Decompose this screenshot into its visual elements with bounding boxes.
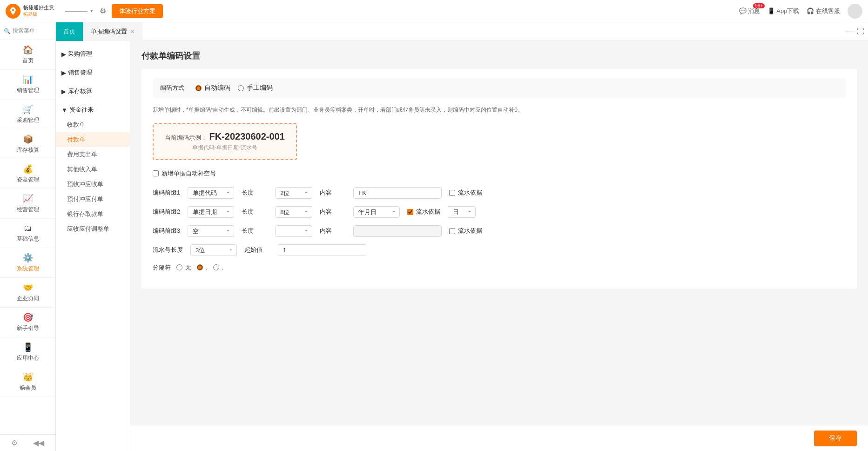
serial2-unit-select[interactable]: 日 (448, 206, 476, 218)
trial-button[interactable]: 体验行业方案 (112, 4, 163, 18)
sub-item-ap-adjust[interactable]: 应收应付调整单 (56, 222, 130, 236)
start-value-input[interactable] (278, 244, 366, 256)
prefix1-select[interactable]: 单据代码 (188, 187, 234, 199)
auto-fill-checkbox[interactable] (153, 170, 159, 176)
sep-dot-option[interactable]: . (197, 264, 208, 271)
sub-item-prepay-payment[interactable]: 预付冲应付单 (56, 192, 130, 207)
prefix2-select[interactable]: 单据日期 (188, 206, 234, 218)
sep-dot-radio[interactable] (197, 264, 203, 270)
sub-item-expense[interactable]: 费用支出单 (56, 147, 130, 162)
sidebar-item-newguide[interactable]: 🎯 新手引导 (0, 308, 55, 337)
sep-none-radio[interactable] (176, 264, 182, 270)
auto-encode-radio[interactable] (195, 85, 202, 91)
sub-item-receipt[interactable]: 收款单 (56, 117, 130, 132)
online-service[interactable]: 🎧 在线客服 (807, 7, 840, 15)
sidebar-item-appcenter[interactable]: 📱 应用中心 (0, 337, 55, 367)
tab-close-icon[interactable]: ✕ (130, 28, 135, 35)
message-area[interactable]: 💬 消息 99+ (739, 7, 760, 15)
manual-encode-option[interactable]: 手工编码 (238, 84, 273, 92)
message-label: 消息 (748, 7, 760, 14)
sidebar-item-base[interactable]: 🗂 基础信息 (0, 219, 55, 248)
serial1-checkbox-label[interactable]: 流水依据 (449, 188, 482, 197)
member-icon: 👑 (23, 372, 33, 382)
sidebar-item-business[interactable]: 📈 经营管理 (0, 189, 55, 219)
user-avatar[interactable] (848, 4, 862, 19)
sidebar-item-member[interactable]: 👑 畅会员 (0, 367, 55, 397)
encoding-type-row: 编码方式 自动编码 手工编码 (153, 78, 846, 98)
headset-icon: 🎧 (807, 7, 814, 14)
content3-input[interactable] (353, 225, 442, 237)
sidebar-item-home[interactable]: 🏠 首页 (0, 40, 55, 70)
sub-item-payment[interactable]: 付款单 (56, 132, 130, 147)
sub-header-inventory[interactable]: ▶ 库存核算 (56, 84, 130, 99)
sub-item-bank-deposit[interactable]: 银行存取款单 (56, 207, 130, 222)
prefix1-label: 编码前缀1 (153, 188, 180, 197)
sidebar-item-label: 基础信息 (17, 235, 39, 243)
sep-none-label: 无 (185, 263, 191, 272)
content2-select[interactable]: 年月日 (353, 206, 400, 218)
sidebar-item-finance[interactable]: 💰 资金管理 (0, 159, 55, 189)
sidebar-item-sales[interactable]: 📊 销售管理 (0, 70, 55, 100)
sidebar-item-label: 库存核算 (17, 146, 39, 154)
main-layout: 🔍 搜索菜单 🏠 首页 📊 销售管理 🛒 采购管理 📦 库存核算 💰 资金管理 … (0, 22, 868, 451)
serial-length-select[interactable]: 3位 (190, 244, 237, 256)
sub-header-sales[interactable]: ▶ 销售管理 (56, 65, 130, 80)
content3-label: 内容 (320, 227, 346, 235)
serial2-checkbox-label[interactable]: 流水依据 (407, 208, 440, 216)
sep-custom-label: . (222, 264, 224, 271)
chevron-down-icon: ▼ (89, 8, 94, 13)
length1-select[interactable]: 2位 (275, 187, 312, 199)
system-icon: ⚙️ (23, 253, 33, 263)
serial1-checkbox[interactable] (449, 190, 455, 196)
save-button[interactable]: 保存 (814, 431, 857, 446)
sub-header-purchase[interactable]: ▶ 采购管理 (56, 47, 130, 61)
encoding-type-label: 编码方式 (160, 84, 184, 92)
business-icon: 📈 (23, 194, 33, 204)
tab-encoding[interactable]: 单据编码设置 ✕ (83, 22, 142, 41)
content1-input[interactable] (353, 187, 442, 199)
tab-expand-icon[interactable]: ⛶ (857, 27, 864, 36)
sidebar-item-label: 资金管理 (17, 176, 39, 184)
purchase-icon: 🛒 (23, 104, 33, 114)
hint-text: 新增单据时，*单据编码*自动生成，不可编辑。前缀设置为部门、业务员等档案类，开单… (153, 105, 846, 115)
serial2-checkbox[interactable] (407, 209, 413, 215)
top-header: 畅捷通好生意 拓品版 ———— ▼ ⚙ 体验行业方案 💬 消息 99+ 📱 Ap… (0, 0, 868, 22)
prefix-row-2: 编码前缀2 单据日期 长度 8位 内容 年月日 (153, 206, 846, 218)
header-dropdown[interactable]: ———— ▼ (65, 8, 94, 14)
length3-select[interactable] (275, 225, 312, 237)
sidebar-item-purchase[interactable]: 🛒 采购管理 (0, 100, 55, 129)
chevron-right-icon: ▶ (61, 69, 66, 76)
code-preview-sub: 单据代码-单据日期-流水号 (165, 144, 285, 152)
sidebar-item-system[interactable]: ⚙️ 系统管理 (0, 248, 55, 278)
content-area: ▶ 采购管理 ▶ 销售管理 ▶ 库存核算 (56, 41, 868, 451)
length2-select[interactable]: 8位 (275, 206, 312, 218)
manual-encode-radio[interactable] (238, 85, 244, 91)
serial3-checkbox-label[interactable]: 流水依据 (449, 227, 482, 235)
sub-header-capital[interactable]: ▼ 资金往来 (56, 102, 130, 117)
gear-icon[interactable]: ⚙ (100, 7, 106, 15)
sep-custom-radio[interactable] (213, 264, 219, 270)
auto-encode-option[interactable]: 自动编码 (195, 84, 230, 92)
sidebar-item-inventory[interactable]: 📦 库存核算 (0, 129, 55, 159)
tab-bar-right: — ⛶ (846, 27, 868, 36)
auto-fill-checkbox-label[interactable]: 新增单据自动补空号 (153, 169, 216, 178)
tab-minimize-icon[interactable]: — (846, 27, 853, 36)
sidebar-item-label: 企业协同 (17, 295, 39, 303)
sub-item-prepay-receivable[interactable]: 预收冲应收单 (56, 177, 130, 192)
sep-custom-option[interactable]: . (213, 264, 224, 271)
length1-label: 长度 (242, 188, 268, 197)
prefix3-select[interactable]: 空 (188, 225, 234, 237)
search-icon: 🔍 (4, 28, 11, 34)
sidebar-item-coop[interactable]: 🤝 企业协同 (0, 278, 55, 308)
collapse-icon[interactable]: ◀◀ (33, 438, 44, 447)
sep-none-option[interactable]: 无 (176, 263, 191, 272)
tab-home[interactable]: 首页 (56, 22, 83, 41)
sub-item-other-income[interactable]: 其他收入单 (56, 162, 130, 177)
chevron-right-icon: ▶ (61, 51, 66, 58)
serial3-checkbox[interactable] (449, 228, 455, 234)
app-download[interactable]: 📱 App下载 (767, 7, 799, 15)
settings-icon[interactable]: ⚙ (11, 438, 18, 447)
logo-sub: 拓品版 (23, 11, 54, 18)
sidebar-search[interactable]: 🔍 搜索菜单 (0, 22, 55, 40)
length2-label: 长度 (242, 208, 268, 216)
